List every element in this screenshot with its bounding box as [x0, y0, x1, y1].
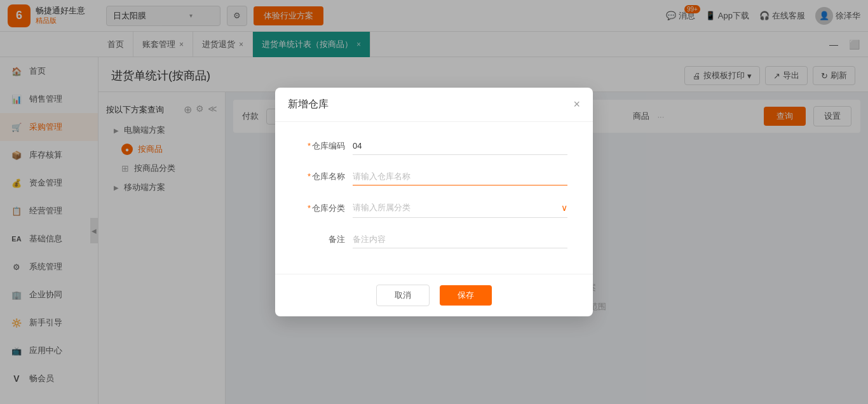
- modal-footer: 取消 保存: [275, 274, 593, 316]
- warehouse-code-label: *仓库编码: [301, 140, 345, 152]
- warehouse-name-label: *仓库名称: [301, 171, 345, 182]
- modal-close-button[interactable]: ×: [573, 98, 580, 111]
- new-warehouse-modal: 新增仓库 × *仓库编码 *仓库名称 *仓库分类: [275, 88, 593, 316]
- modal-overlay[interactable]: 新增仓库 × *仓库编码 *仓库名称 *仓库分类: [0, 0, 868, 404]
- save-button[interactable]: 保存: [440, 285, 492, 306]
- form-row-name: *仓库名称: [301, 168, 567, 185]
- modal-header: 新增仓库 ×: [275, 88, 593, 122]
- warehouse-category-placeholder: 请输入所属分类: [353, 202, 410, 213]
- warehouse-category-arrow: ∨: [561, 203, 567, 213]
- warehouse-code-input[interactable]: [353, 137, 567, 155]
- warehouse-name-input[interactable]: [353, 168, 567, 185]
- form-row-remark: 备注: [301, 231, 567, 248]
- warehouse-category-label: *仓库分类: [301, 203, 345, 214]
- required-mark-code: *: [308, 141, 311, 151]
- form-row-code: *仓库编码: [301, 137, 567, 155]
- cancel-button[interactable]: 取消: [376, 285, 430, 306]
- remark-label: 备注: [301, 234, 345, 245]
- remark-input[interactable]: [353, 231, 567, 248]
- form-row-category: *仓库分类 请输入所属分类 ∨: [301, 198, 567, 218]
- warehouse-category-select[interactable]: 请输入所属分类 ∨: [353, 198, 567, 218]
- required-mark-name: *: [308, 172, 311, 181]
- required-mark-category: *: [308, 203, 311, 213]
- modal-body: *仓库编码 *仓库名称 *仓库分类 请输入所属分类 ∨: [275, 122, 593, 274]
- modal-title: 新增仓库: [288, 98, 329, 111]
